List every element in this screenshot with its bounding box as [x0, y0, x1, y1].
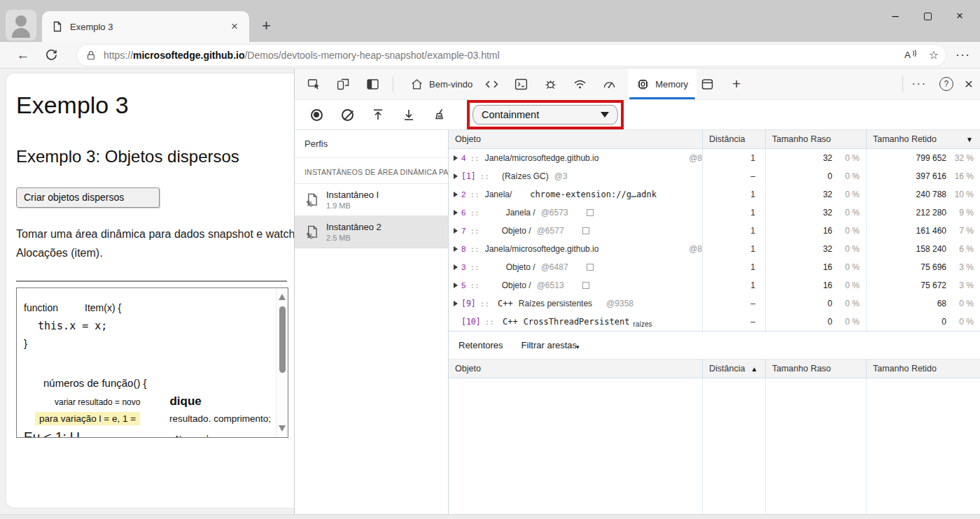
view-mode-select[interactable]: Containment	[472, 105, 618, 125]
scrollbar[interactable]	[276, 288, 288, 437]
devtools-more-icon[interactable]: ···	[911, 77, 926, 91]
expand-icon[interactable]	[454, 246, 458, 252]
back-button[interactable]: ←	[13, 48, 34, 63]
minimize-button[interactable]: –	[879, 4, 911, 28]
object-index: [10]	[461, 317, 481, 327]
expand-icon[interactable]	[454, 192, 458, 197]
heap-row[interactable]: 3::Objeto /@64871160 %75 6963 %	[449, 258, 980, 276]
code-text: Item(x) {	[85, 302, 121, 313]
clear-icon[interactable]	[340, 107, 355, 122]
object-id: @8	[685, 244, 702, 254]
shallow-percent: 0 %	[832, 280, 866, 290]
code-line: números de função() {	[24, 377, 271, 394]
column-distance[interactable]: Distância	[703, 130, 766, 148]
inspect-element-icon[interactable]	[303, 73, 324, 94]
heap-row[interactable]: [10]::C++CrossThreadPersistentraízes–00 …	[449, 313, 980, 331]
expand-icon[interactable]	[454, 228, 458, 234]
object-index: 4	[461, 154, 465, 162]
dock-side-icon[interactable]	[362, 73, 383, 94]
create-objects-button[interactable]: Criar objetos dispersos	[16, 187, 160, 208]
shallow-value: 32	[766, 208, 832, 218]
maximize-button[interactable]	[911, 4, 944, 28]
retained-value: 240 788	[867, 190, 946, 199]
browser-window: Exemplo 3 × + – × ← https://microsoftedg…	[0, 0, 980, 519]
favorites-star-icon[interactable]: ☆	[929, 48, 939, 62]
scroll-down-icon[interactable]	[279, 425, 286, 432]
cell-object: 2::Janela/chrome-extension://g…adnk	[449, 185, 703, 204]
devtools-close-icon[interactable]: ×	[965, 76, 973, 92]
heap-row[interactable]: 7::Objeto /@65771160 %161 4607 %	[449, 222, 980, 240]
heap-row[interactable]: 6::Janela /@65731320 %212 2809 %	[449, 204, 980, 222]
tab-close-icon[interactable]: ×	[227, 20, 242, 34]
read-aloud-icon[interactable]: A	[903, 48, 918, 62]
heap-row[interactable]: 2::Janela/chrome-extension://g…adnk1320 …	[449, 185, 980, 204]
load-profile-icon[interactable]	[370, 107, 386, 122]
cell-retained-size: 00 %	[867, 313, 980, 331]
device-emulation-icon[interactable]	[332, 73, 354, 94]
heap-row[interactable]: [1]::(Raízes GC)@3–00 %397 61616 %	[449, 167, 980, 185]
shallow-percent: 0 %	[832, 262, 866, 272]
activity-bar-panel-icon[interactable]	[696, 73, 718, 94]
new-tab-button[interactable]: +	[262, 17, 271, 35]
object-name: Objeto /	[502, 280, 531, 290]
sort-asc-icon: ▲	[750, 365, 757, 373]
more-tabs-plus-icon[interactable]: +	[726, 73, 747, 94]
expand-icon[interactable]	[454, 210, 458, 215]
clear-all-profiles-broom-icon[interactable]	[432, 107, 447, 122]
scroll-up-icon[interactable]	[279, 294, 286, 300]
memory-panel-body: Perfis INSTANTÂNEOS DE ÁREA DINÂMICA PAR…	[295, 130, 980, 514]
snapshot-item[interactable]: Instantâneo 22.5 MB	[295, 215, 448, 248]
heap-row[interactable]: 4::Janela/microsoftedge.github.io@81320 …	[449, 149, 980, 167]
expand-icon[interactable]	[454, 283, 458, 288]
profile-avatar[interactable]	[6, 10, 36, 41]
save-profile-icon[interactable]	[401, 107, 416, 122]
cell-retained-size: 799 65232 %	[867, 149, 980, 167]
column-object[interactable]: Objeto	[449, 360, 703, 378]
cell-retained-size: 240 78810 %	[867, 185, 980, 204]
record-snapshot-icon[interactable]	[309, 107, 324, 122]
address-bar[interactable]: https://microsoftedge.github.io/Demos/de…	[77, 45, 946, 66]
code-line: Eu < 1; l l=Novo.|	[24, 429, 271, 438]
tab-elements-icon[interactable]	[481, 73, 502, 94]
code-line	[24, 355, 271, 377]
column-retained-size[interactable]: Tamanho Retido ▼	[867, 130, 980, 148]
column-retained-size[interactable]: Tamanho Retido	[867, 360, 980, 378]
heap-row[interactable]: 8::Janela/microsoftedge.github.io@81320 …	[449, 240, 980, 258]
expand-icon[interactable]	[454, 155, 458, 161]
expand-icon[interactable]	[454, 264, 458, 270]
tab-memory[interactable]: Memory	[628, 69, 696, 99]
close-button[interactable]: ×	[944, 4, 976, 28]
code-text: Novo.	[176, 434, 197, 438]
object-suffix: raízes	[633, 320, 652, 328]
browser-more-icon[interactable]: ···	[955, 48, 970, 62]
scroll-thumb[interactable]	[279, 306, 286, 373]
column-shallow-size[interactable]: Tamanho Raso	[766, 130, 867, 148]
filter-edges-dropdown[interactable]: Filtrar arestas ▾	[522, 340, 580, 350]
cell-distance: 1	[703, 276, 766, 294]
expand-icon[interactable]	[454, 301, 458, 306]
object-name: Janela/	[485, 190, 512, 199]
column-shallow-size[interactable]: Tamanho Raso	[766, 360, 867, 378]
tab-welcome[interactable]: Bem-vindo	[402, 69, 481, 99]
retained-percent: 9 %	[946, 208, 980, 218]
column-distance[interactable]: Distância ▲	[703, 360, 766, 378]
help-icon[interactable]: ?	[939, 77, 953, 91]
sort-desc-icon: ▼	[966, 136, 973, 143]
browser-tab[interactable]: Exemplo 3 ×	[42, 11, 249, 42]
cell-distance: 1	[703, 222, 766, 240]
snapshot-item[interactable]: Instantâneo I1.9 MB	[295, 183, 448, 215]
object-name: Objeto /	[502, 226, 531, 236]
tab-network-icon[interactable]	[569, 73, 590, 94]
reload-button[interactable]	[45, 48, 66, 62]
heap-row[interactable]: 5::Objeto /@65131160 %75 6723 %	[449, 276, 980, 294]
object-name: Janela/microsoftedge.github.io	[485, 244, 599, 254]
shallow-percent: 0 %	[832, 190, 866, 199]
expand-icon[interactable]	[454, 173, 458, 179]
column-object[interactable]: Objeto	[449, 130, 703, 148]
tab-console-icon[interactable]	[510, 73, 531, 94]
heap-row[interactable]: [9]::C++Raízes persistentes@9358–00 %680…	[449, 294, 980, 313]
cell-distance: –	[703, 294, 766, 313]
object-index: 3	[461, 263, 465, 271]
tab-performance-icon[interactable]	[598, 73, 620, 94]
tab-debugger-icon[interactable]	[540, 73, 561, 94]
